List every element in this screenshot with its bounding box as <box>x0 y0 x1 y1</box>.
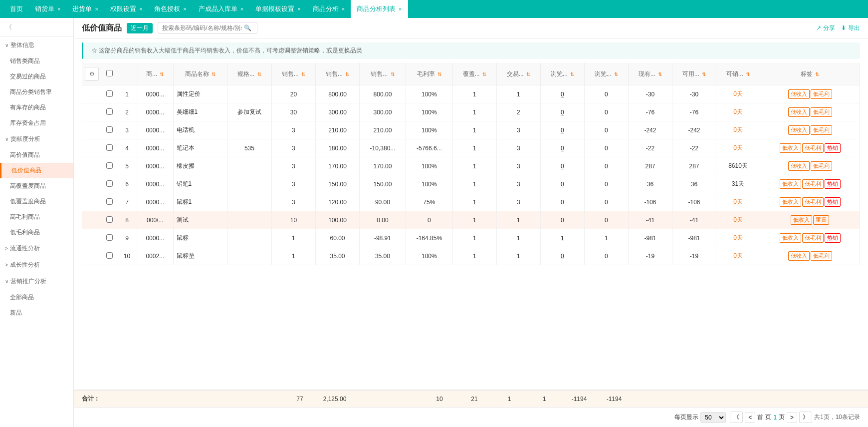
cell-gear[interactable] <box>82 247 102 265</box>
cell-gear[interactable] <box>82 193 102 211</box>
close-icon[interactable]: × <box>240 6 243 12</box>
sidebar-item-high-coverage[interactable]: 高覆盖度商品 <box>0 178 73 194</box>
row-checkbox[interactable] <box>106 252 113 259</box>
sidebar-group-marketing[interactable]: ∨ 营销推广分析 <box>0 273 73 290</box>
nav-template[interactable]: 单据模板设置 × <box>249 0 306 18</box>
th-available[interactable]: 可用... ⇅ <box>672 63 716 85</box>
sidebar-group-growth[interactable]: > 成长性分析 <box>0 257 73 273</box>
cell-gear[interactable] <box>82 103 102 121</box>
th-gross-rate[interactable]: 毛利率 ⇅ <box>406 63 452 85</box>
filter-tag[interactable]: 近一月 <box>127 23 153 33</box>
per-page-select[interactable]: 50 100 <box>700 412 726 423</box>
sidebar-item-high-value[interactable]: 高价值商品 <box>0 147 73 163</box>
nav-product-analysis-list[interactable]: 商品分析列表 × <box>351 0 408 18</box>
row-checkbox[interactable] <box>106 234 113 241</box>
close-icon[interactable]: × <box>183 6 186 12</box>
sidebar-item-stock-products[interactable]: 有库存的商品 <box>0 100 73 115</box>
export-button[interactable]: ⬇ 导出 <box>841 24 860 32</box>
cell-view1[interactable]: 0 <box>540 121 584 139</box>
th-view2[interactable]: 浏览... ⇅ <box>584 63 628 85</box>
sidebar-group-overall[interactable]: ∨ 整体信息 <box>0 37 73 53</box>
cell-view1[interactable]: 1 <box>540 229 584 247</box>
sidebar-item-low-coverage[interactable]: 低覆盖度商品 <box>0 194 73 209</box>
cell-check[interactable] <box>102 85 117 103</box>
share-button[interactable]: ↗ 分享 <box>816 24 835 32</box>
cell-check[interactable] <box>102 247 117 265</box>
nav-product-inbound[interactable]: 产成品入库单 × <box>193 0 249 18</box>
nav-permission[interactable]: 权限设置 × <box>104 0 148 18</box>
nav-sales-order[interactable]: 销货单 × <box>29 0 66 18</box>
cell-check[interactable] <box>102 121 117 139</box>
nav-purchase-order[interactable]: 进货单 × <box>66 0 104 18</box>
cell-view1[interactable]: 0 <box>540 139 584 157</box>
cell-view1[interactable]: 0 <box>540 103 584 121</box>
sidebar-collapse-btn[interactable]: 《 <box>4 21 14 33</box>
cell-check[interactable] <box>102 211 117 229</box>
sidebar-group-contribution[interactable]: ∨ 贡献度分析 <box>0 131 73 147</box>
th-tags[interactable]: 标签 ⇅ <box>760 63 860 85</box>
next-page-btn[interactable]: > <box>787 413 797 423</box>
cell-check[interactable] <box>102 229 117 247</box>
gear-icon[interactable]: ⚙ <box>85 67 99 81</box>
sidebar-item-new-products[interactable]: 新品 <box>0 305 73 321</box>
cell-view1[interactable]: 0 <box>540 193 584 211</box>
row-checkbox[interactable] <box>106 216 113 223</box>
close-icon[interactable]: × <box>95 6 98 12</box>
cell-gear[interactable] <box>82 229 102 247</box>
th-coverage[interactable]: 覆盖... ⇅ <box>452 63 496 85</box>
close-icon[interactable]: × <box>342 6 345 12</box>
th-saleable[interactable]: 可销... ⇅ <box>716 63 760 85</box>
sidebar-item-stock-capital[interactable]: 库存资金占用 <box>0 115 73 131</box>
th-gear[interactable]: ⚙ <box>82 63 102 85</box>
close-icon[interactable]: × <box>57 6 60 12</box>
cell-gear[interactable] <box>82 175 102 193</box>
th-sale-qty[interactable]: 销售... ⇅ <box>271 63 315 85</box>
th-spec[interactable]: 规格... ⇅ <box>227 63 271 85</box>
cell-view1[interactable]: 0 <box>540 85 584 103</box>
row-checkbox[interactable] <box>106 144 113 151</box>
cell-view1[interactable]: 0 <box>540 157 584 175</box>
th-view1[interactable]: 浏览... ⇅ <box>540 63 584 85</box>
cell-gear[interactable] <box>82 139 102 157</box>
cell-gear[interactable] <box>82 85 102 103</box>
th-name[interactable]: 商品名称 ⇅ <box>173 63 227 85</box>
cell-view1[interactable]: 0 <box>540 175 584 193</box>
cell-gear[interactable] <box>82 211 102 229</box>
th-sale-price[interactable]: 销售... ⇅ <box>315 63 359 85</box>
sidebar-group-liquidity[interactable]: > 流通性分析 <box>0 240 73 257</box>
cell-check[interactable] <box>102 157 117 175</box>
cell-check[interactable] <box>102 193 117 211</box>
nav-home[interactable]: 首页 <box>4 0 29 18</box>
close-icon[interactable]: × <box>297 6 300 12</box>
row-checkbox[interactable] <box>106 180 113 187</box>
row-checkbox[interactable] <box>106 108 113 115</box>
th-sale-amount[interactable]: 销售... ⇅ <box>360 63 406 85</box>
cell-check[interactable] <box>102 139 117 157</box>
sidebar-item-all-products[interactable]: 全部商品 <box>0 290 73 305</box>
sidebar-item-traded-products[interactable]: 交易过的商品 <box>0 69 73 84</box>
sidebar-item-sales-products[interactable]: 销售类商品 <box>0 53 73 69</box>
close-icon[interactable]: × <box>139 6 142 12</box>
sidebar-item-category-rate[interactable]: 商品分类销售率 <box>0 84 73 100</box>
nav-role-auth[interactable]: 角色授权 × <box>148 0 192 18</box>
sidebar-item-high-margin[interactable]: 高毛利商品 <box>0 209 73 225</box>
th-code[interactable]: 商... ⇅ <box>137 63 174 85</box>
first-page-btn[interactable]: 《 <box>730 412 743 423</box>
cell-view1[interactable]: 0 <box>540 247 584 265</box>
prev-page-btn[interactable]: < <box>745 413 755 423</box>
cell-view1[interactable]: 0 <box>540 211 584 229</box>
th-current-stock[interactable]: 现有... ⇅ <box>628 63 672 85</box>
th-checkbox[interactable] <box>102 63 117 85</box>
close-icon[interactable]: × <box>399 6 402 12</box>
row-checkbox[interactable] <box>106 126 113 133</box>
cell-gear[interactable] <box>82 157 102 175</box>
row-checkbox[interactable] <box>106 90 113 97</box>
last-page-btn[interactable]: 》 <box>799 412 812 423</box>
select-all-checkbox[interactable] <box>106 70 113 76</box>
sidebar-item-low-value[interactable]: 低价值商品 <box>0 163 73 178</box>
cell-check[interactable] <box>102 175 117 193</box>
search-icon[interactable]: 🔍 <box>244 24 251 31</box>
row-checkbox[interactable] <box>106 162 113 169</box>
cell-check[interactable] <box>102 103 117 121</box>
row-checkbox[interactable] <box>106 198 113 205</box>
